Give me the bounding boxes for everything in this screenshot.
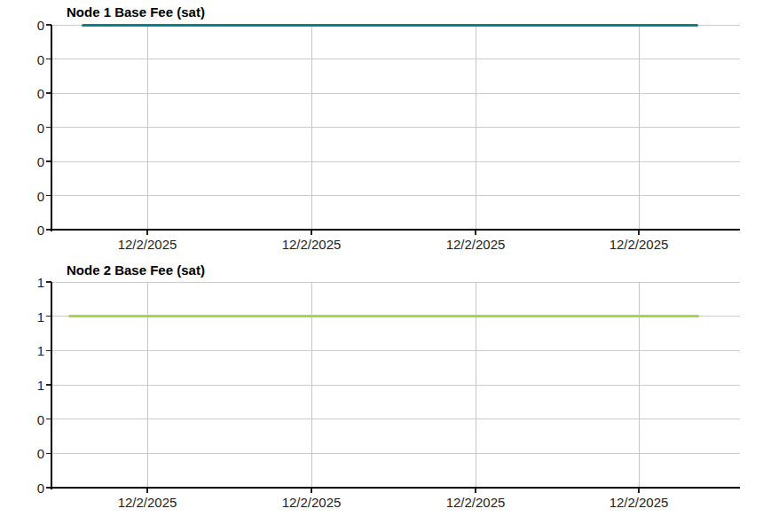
gridline-vertical: [639, 282, 640, 488]
series-line-node-2-base-fee: [68, 315, 699, 317]
x-axis-tick-label: 12/2/2025: [599, 495, 679, 511]
gridline-vertical: [311, 282, 312, 488]
x-axis-tick-mark: [146, 489, 148, 493]
y-axis-line: [51, 282, 52, 489]
x-axis-tick-label: 12/2/2025: [271, 495, 351, 511]
gridline-horizontal: [52, 350, 740, 351]
y-axis-tick-label: 0: [18, 481, 44, 495]
y-axis-tick-label: 1: [18, 309, 44, 323]
gridline-horizontal: [52, 385, 740, 386]
gridline-horizontal: [52, 282, 740, 283]
x-axis-tick-mark: [638, 489, 640, 493]
gridline-vertical: [476, 282, 476, 488]
x-axis-tick-label: 12/2/2025: [107, 495, 187, 511]
x-axis-tick-mark: [475, 489, 476, 493]
gridline-horizontal: [52, 419, 740, 419]
x-axis-tick-label: 12/2/2025: [436, 495, 515, 511]
x-axis-line: [50, 487, 740, 489]
y-axis-tick-label: 1: [18, 276, 44, 289]
y-axis-tick-label: 1: [18, 379, 44, 392]
x-axis-tick-mark: [311, 489, 312, 493]
y-axis-tick-label: 1: [18, 344, 44, 357]
gridline-horizontal: [52, 453, 740, 454]
y-axis-tick-label: 0: [18, 412, 44, 426]
charts-canvas: Node 1 Base Fee (sat) 000000012/2/202512…: [0, 0, 763, 532]
y-axis-tick-label: 0: [18, 447, 44, 460]
gridline-vertical: [147, 282, 148, 488]
chart-2-plot-area: 111100012/2/202512/2/202512/2/202512/2/2…: [0, 0, 763, 532]
